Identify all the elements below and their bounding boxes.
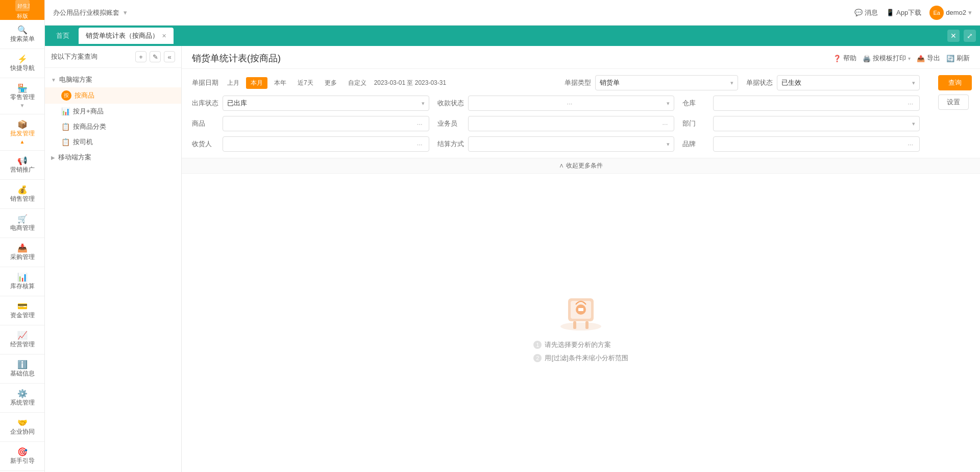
sidebar-item-system[interactable]: ⚙️ 系统管理: [0, 384, 44, 413]
filter-item-date: 单据日期 上月 本月 本年 近7天 更多 自定义 20: [192, 77, 556, 89]
payment-status-label: 收款状态: [437, 99, 464, 108]
warehouse-label: 仓库: [682, 99, 709, 108]
breadcrumb-dropdown-icon[interactable]: ▾: [124, 9, 127, 16]
tree-group-desktop-label: 电脑端方案: [59, 75, 92, 84]
date-tab-this-month[interactable]: 本月: [246, 77, 267, 89]
filter-item-consignee: 收货人 ···: [192, 136, 429, 152]
collapse-row[interactable]: ∧ 收起更多条件: [182, 158, 980, 174]
tree-child-by-driver[interactable]: 📋 按司机: [45, 134, 181, 150]
sidebar-item-basic[interactable]: ℹ️ 基础信息: [0, 355, 44, 384]
app-download-label: App下载: [896, 8, 921, 17]
doc-status-label: 单据状态: [746, 78, 773, 87]
warehouse-control[interactable]: ···: [713, 96, 920, 111]
date-tab-custom[interactable]: 自定义: [344, 77, 371, 89]
payment-status-dropdown-icon: ▾: [667, 100, 670, 107]
filter-item-doc-status: 单据状态 已生效 ▾: [746, 75, 920, 90]
guide-icon: 🎯: [2, 447, 42, 457]
sidebar-item-collab[interactable]: 🤝 企业协同: [0, 413, 44, 442]
tab-sales-stats-label: 销货单统计表（按商品）: [86, 31, 159, 40]
svg-rect-7: [573, 321, 576, 329]
goods-dots[interactable]: ···: [415, 120, 425, 128]
app-download-button[interactable]: 📱 App下载: [886, 8, 921, 17]
marketing-icon: 📢: [2, 156, 42, 166]
doc-type-control[interactable]: 销货单 ▾: [595, 75, 738, 90]
sidebar-item-ecommerce[interactable]: 🛒 电商管理: [0, 209, 44, 238]
message-button[interactable]: 💬 消息: [854, 8, 878, 17]
wholesale-icon: 📦: [2, 120, 42, 129]
consignee-label: 收货人: [192, 139, 218, 149]
print-button[interactable]: 🖨️ 按模板打印 ▾: [863, 54, 911, 63]
export-icon: 📤: [917, 55, 925, 62]
sidebar-item-operations[interactable]: 📈 经营管理: [0, 325, 44, 355]
sales-icon: 💰: [2, 185, 42, 195]
right-panel: 销货单统计表(按商品) ❓ 帮助 🖨️ 按模板打印 ▾ 📤 导出: [182, 46, 980, 472]
reset-button[interactable]: 设置: [938, 95, 969, 110]
print-dropdown-icon: ▾: [908, 56, 911, 61]
page-title-row: 销货单统计表(按商品) ❓ 帮助 🖨️ 按模板打印 ▾ 📤 导出: [182, 46, 980, 69]
warehouse-dots[interactable]: ···: [905, 100, 915, 107]
sidebar-item-quicknav[interactable]: ⚡ 快捷导航: [0, 49, 44, 78]
department-label: 部门: [682, 119, 709, 128]
payment-status-control[interactable]: ··· ▾: [468, 96, 675, 111]
consignee-control[interactable]: ···: [223, 136, 429, 152]
doc-type-label: 单据类型: [565, 78, 591, 87]
add-scheme-button[interactable]: +: [135, 51, 146, 62]
brand-control[interactable]: ···: [713, 136, 920, 152]
inventory-icon: 📊: [2, 272, 42, 282]
user-menu[interactable]: Ea demo2 ▾: [929, 6, 972, 20]
svg-rect-6: [578, 308, 583, 311]
sidebar-item-guide[interactable]: 🎯 新手引导: [0, 442, 44, 471]
finance-icon: 💳: [2, 301, 42, 311]
date-tab-7days[interactable]: 近7天: [293, 77, 318, 89]
salesperson-control[interactable]: ···: [468, 116, 675, 131]
print-icon: 🖨️: [863, 55, 871, 62]
collapse-panel-button[interactable]: «: [164, 51, 175, 62]
sidebar-item-finance[interactable]: 💳 资金管理: [0, 296, 44, 325]
out-status-dropdown-icon: ▾: [422, 100, 425, 107]
search-icon: 🔍: [2, 25, 42, 35]
sidebar-item-wholesale[interactable]: 📦 批发管理 ▲: [0, 114, 44, 151]
salesperson-dots[interactable]: ···: [660, 120, 670, 128]
tab-close-icon[interactable]: ✕: [162, 33, 166, 39]
goods-control[interactable]: ···: [223, 116, 429, 131]
department-control[interactable]: ▾: [713, 116, 920, 131]
date-tab-this-year[interactable]: 本年: [270, 77, 291, 89]
sidebar: 好生意 标版 🔍 搜索菜单 ⚡ 快捷导航 🏪 零售管理 ▼ 📦 批发管理 ▲ 📢…: [0, 0, 45, 472]
tree-child-by-month-goods[interactable]: 📊 按月+商品: [45, 104, 181, 119]
tab-minimize-button[interactable]: ✕: [947, 30, 960, 42]
help-button[interactable]: ❓ 帮助: [833, 54, 856, 63]
sidebar-item-retail[interactable]: 🏪 零售管理 ▼: [0, 78, 44, 114]
out-status-control[interactable]: 已出库 ▾: [223, 96, 429, 111]
date-tab-more[interactable]: 更多: [320, 77, 341, 89]
tree-group-mobile[interactable]: ▶ 移动端方案: [45, 150, 181, 165]
export-button[interactable]: 📤 导出: [917, 54, 940, 63]
sidebar-item-search[interactable]: 🔍 搜索菜单: [0, 20, 44, 49]
sidebar-item-sales[interactable]: 💰 销售管理: [0, 180, 44, 209]
settlement-control[interactable]: ▾: [468, 136, 675, 152]
tab-expand-button[interactable]: ⤢: [964, 30, 976, 42]
refresh-button[interactable]: 🔄 刷新: [946, 54, 970, 63]
payment-status-dots[interactable]: ···: [565, 100, 575, 107]
tree-child-by-goods[interactable]: 按 按商品: [45, 87, 181, 104]
tree-group-desktop[interactable]: ▼ 电脑端方案: [45, 72, 181, 87]
sidebar-item-marketing[interactable]: 📢 营销推广: [0, 151, 44, 180]
tree-child-label: 按月+商品: [73, 107, 104, 116]
page-actions: ❓ 帮助 🖨️ 按模板打印 ▾ 📤 导出 🔄 刷新: [833, 54, 970, 63]
app-logo[interactable]: 好生意 标版: [0, 0, 44, 20]
tab-home[interactable]: 首页: [49, 28, 77, 44]
date-tab-last-month[interactable]: 上月: [223, 77, 244, 89]
tab-bar-actions: ✕ ⤢: [947, 30, 976, 42]
date-label: 单据日期: [192, 78, 218, 87]
sidebar-item-inventory[interactable]: 📊 库存核算: [0, 267, 44, 296]
tree-child-by-category[interactable]: 📋 按商品分类: [45, 119, 181, 134]
collapse-text: ∧ 收起更多条件: [559, 162, 602, 169]
doc-status-control[interactable]: 已生效 ▾: [777, 75, 920, 90]
query-button[interactable]: 查询: [938, 75, 972, 90]
tab-sales-stats[interactable]: 销货单统计表（按商品） ✕: [79, 28, 174, 44]
brand-dots[interactable]: ···: [905, 140, 915, 148]
consignee-dots[interactable]: ···: [415, 140, 425, 148]
svg-text:好生意: 好生意: [17, 3, 30, 9]
edit-scheme-button[interactable]: ✎: [150, 51, 161, 62]
doc-type-dropdown-icon: ▾: [730, 80, 733, 86]
sidebar-item-purchase[interactable]: 📥 采购管理: [0, 238, 44, 267]
